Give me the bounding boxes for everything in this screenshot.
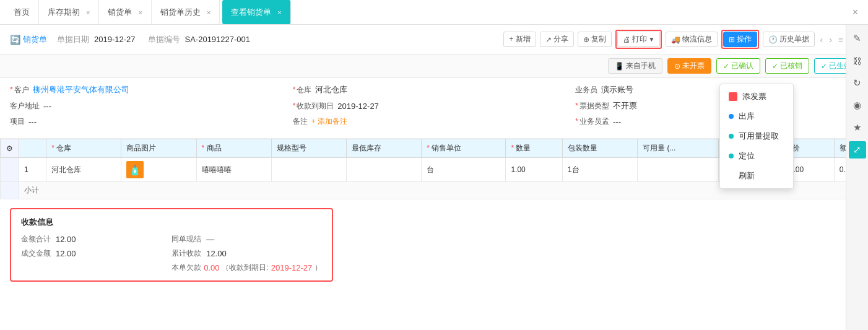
locate-icon bbox=[729, 154, 734, 158]
dropdown-locate[interactable]: 定位 bbox=[720, 146, 793, 166]
sidebar-expand-icon[interactable]: ⤢ bbox=[849, 141, 866, 158]
date-label: 单据日期 bbox=[57, 34, 89, 45]
td-package-qty: 1台 bbox=[562, 158, 637, 182]
cumulative-value: 12.00 bbox=[206, 249, 227, 258]
doc-actions: + 新增 ↗ 分享 ⊕ 复制 🖨 打印 ▼ 🚚 bbox=[503, 30, 858, 49]
sidebar-refresh-icon[interactable]: ↻ bbox=[849, 74, 866, 92]
salesperson-value: 演示账号 bbox=[601, 84, 633, 95]
add-note-button[interactable]: 添加备注 bbox=[311, 116, 347, 127]
cumulative-row: 累计收款 12.00 bbox=[171, 248, 322, 259]
dropdown-add-invoice[interactable]: 添发票 bbox=[720, 87, 793, 106]
print-dropdown-arrow: ▼ bbox=[649, 36, 655, 43]
phone-status-btn[interactable]: 📱 来自手机 bbox=[608, 58, 662, 74]
warehouse-value: 河北仓库 bbox=[315, 84, 347, 95]
confirm-btn[interactable]: ✓ 已确认 bbox=[716, 58, 760, 74]
status-bar: 📱 来自手机 ⊙ 未开票 ✓ 已确认 ✓ 已核销 ✓ 已生效 bbox=[0, 54, 868, 78]
share-button[interactable]: ↗ 分享 bbox=[540, 32, 574, 47]
salesperson-label: 业务员 bbox=[575, 85, 597, 95]
operations-button[interactable]: ⊞ 操作 bbox=[723, 32, 757, 47]
address-value: --- bbox=[43, 102, 51, 111]
due-label: 本单欠款 bbox=[171, 263, 201, 273]
out-warehouse-icon bbox=[729, 114, 734, 119]
print-button[interactable]: 🖨 打印 ▼ bbox=[617, 32, 661, 47]
print-icon: 🖨 bbox=[623, 35, 630, 44]
th-warehouse: 仓库 bbox=[46, 139, 121, 158]
customer-value[interactable]: 柳州粤港平安气体有限公司 bbox=[33, 84, 129, 95]
not-open-btn[interactable]: ⊙ 未开票 bbox=[667, 58, 711, 74]
logistics-button[interactable]: 🚚 物流信息 bbox=[666, 32, 718, 47]
payment-date-field: 收款到期日 2019-12-27 bbox=[293, 101, 576, 111]
address-label: 客户地址 bbox=[10, 101, 40, 111]
tab-inventory[interactable]: 库存期初 × bbox=[39, 0, 99, 24]
td-num: 1 bbox=[19, 158, 46, 182]
effect-icon: ✓ bbox=[821, 62, 827, 71]
payment-container: 收款信息 金额合计 12.00 同单现结 — 成交金额 12.00 bbox=[0, 199, 868, 287]
doc-header: 🔄 销货单 单据日期 2019-12-27 单据编号 SA-20191227-0… bbox=[0, 25, 868, 54]
cancel-btn[interactable]: ✓ 已核销 bbox=[765, 58, 809, 74]
payment-grid: 金额合计 12.00 同单现结 — 成交金额 12.00 累计收款 12.00 bbox=[21, 234, 322, 273]
tab-home[interactable]: 首页 bbox=[5, 0, 39, 24]
ticket-type-label: 票据类型 bbox=[575, 101, 609, 111]
payment-date-label: 收款到期日 bbox=[293, 101, 334, 111]
dropdown-available-qty[interactable]: 可用量提取 bbox=[720, 126, 793, 146]
nav-next-button[interactable]: › bbox=[828, 35, 833, 45]
share-icon: ↗ bbox=[545, 35, 552, 44]
tab-bar: 首页 库存期初 × 销货单 × 销货单历史 × 查看销货单 × × bbox=[0, 0, 868, 25]
sidebar-star-icon[interactable]: ★ bbox=[849, 119, 866, 136]
customer-label: 客户 bbox=[10, 85, 29, 95]
tab-view[interactable]: 查看销货单 × bbox=[222, 0, 290, 24]
print-highlight-box: 🖨 打印 ▼ bbox=[615, 30, 662, 49]
check-icon: ✓ bbox=[723, 62, 729, 71]
th-product: 商品 bbox=[196, 139, 271, 158]
settlement-label: 同单现结 bbox=[171, 234, 201, 245]
available-qty-icon bbox=[729, 134, 734, 139]
project-field: 项目 --- bbox=[10, 116, 293, 127]
view-list-button[interactable]: ≡ bbox=[837, 35, 844, 45]
salesperson2-value: --- bbox=[613, 117, 621, 126]
tab-sales[interactable]: 销货单 × bbox=[99, 0, 151, 24]
ticket-type-field: 票据类型 不开票 bbox=[575, 100, 858, 111]
customer-field: 客户 柳州粤港平安气体有限公司 bbox=[10, 84, 293, 95]
salesperson-field: 业务员 演示账号 bbox=[575, 84, 858, 95]
notes-label: 备注 bbox=[293, 116, 308, 127]
tab-history-close[interactable]: × bbox=[207, 9, 210, 16]
td-min-stock bbox=[347, 158, 422, 182]
tab-history[interactable]: 销货单历史 × bbox=[152, 0, 220, 24]
td-settings[interactable] bbox=[1, 158, 19, 182]
new-button[interactable]: + 新增 bbox=[503, 32, 536, 47]
operations-highlight-box: ⊞ 操作 bbox=[721, 30, 759, 49]
payment-date-value: 2019-12-27 bbox=[337, 102, 379, 111]
tab-view-close[interactable]: × bbox=[277, 9, 281, 16]
due-date: 2019-12-27 bbox=[271, 263, 313, 272]
operations-icon: ⊞ bbox=[729, 35, 735, 44]
sidebar-person-icon[interactable]: ◉ bbox=[849, 97, 866, 114]
copy-icon: ⊕ bbox=[583, 35, 589, 44]
sidebar-link-icon[interactable]: ⛓ bbox=[849, 52, 866, 69]
th-min-stock: 最低库存 bbox=[347, 139, 422, 158]
dropdown-out-warehouse[interactable]: 出库 bbox=[720, 106, 793, 126]
address-field: 客户地址 --- bbox=[10, 101, 293, 111]
transaction-label: 成交金额 bbox=[21, 248, 51, 259]
th-settings[interactable]: ⚙ bbox=[1, 139, 19, 158]
window-close-button[interactable]: × bbox=[848, 7, 863, 18]
due-value: 0.00 bbox=[204, 263, 219, 272]
add-invoice-icon bbox=[729, 92, 737, 101]
td-product: 嘻嘻嘻嘻 bbox=[196, 158, 271, 182]
tab-inventory-close[interactable]: × bbox=[86, 9, 90, 16]
warehouse-field: 仓库 河北仓库 bbox=[293, 84, 576, 95]
total-value: 12.00 bbox=[56, 235, 76, 244]
nav-prev-button[interactable]: ‹ bbox=[818, 35, 824, 45]
due-suffix: （收款到期日: bbox=[222, 263, 268, 273]
transaction-value: 12.00 bbox=[56, 249, 76, 258]
td-qty: 1.00 bbox=[506, 158, 562, 182]
history-button[interactable]: 🕐 历史单据 bbox=[763, 32, 815, 47]
sidebar-edit-icon[interactable]: ✎ bbox=[849, 30, 866, 47]
transaction-row: 成交金额 12.00 bbox=[21, 248, 171, 259]
doc-type-badge: 🔄 销货单 bbox=[10, 34, 47, 45]
dropdown-refresh[interactable]: 刷新 bbox=[720, 166, 793, 186]
tab-sales-close[interactable]: × bbox=[138, 9, 142, 16]
copy-button[interactable]: ⊕ 复制 bbox=[578, 32, 612, 47]
th-unit: 销售单位 bbox=[422, 139, 506, 158]
td-spec bbox=[271, 158, 346, 182]
cumulative-label: 累计收款 bbox=[171, 248, 201, 259]
